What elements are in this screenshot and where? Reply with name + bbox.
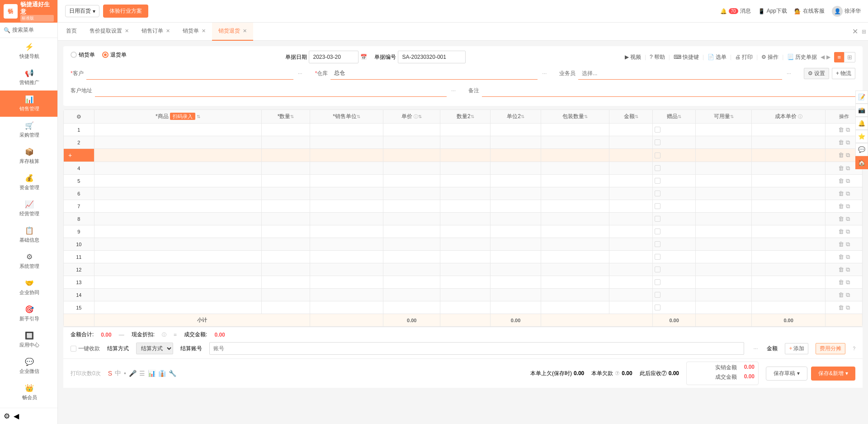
add-row-btn[interactable]: + bbox=[66, 151, 75, 160]
delete-row-icon[interactable]: 🗑 bbox=[838, 241, 844, 248]
settlement-select[interactable]: 结算方式 bbox=[136, 343, 173, 354]
gift-sort[interactable]: ⇅ bbox=[678, 114, 681, 119]
sidebar-item-marketing[interactable]: 📢 营销推广 bbox=[0, 64, 57, 91]
gift-checkbox[interactable] bbox=[655, 203, 660, 209]
qty2-sort[interactable]: ⇅ bbox=[471, 114, 474, 119]
gift-checkbox[interactable] bbox=[655, 254, 660, 260]
delete-row-icon[interactable]: 🗑 bbox=[838, 177, 844, 185]
avail-sort[interactable]: ⇅ bbox=[730, 114, 734, 119]
tab-price-extract[interactable]: 售价提取设置 ✕ bbox=[83, 23, 135, 41]
copy-row-icon[interactable]: ⧉ bbox=[846, 279, 850, 286]
tab-sales-order[interactable]: 销售订单 ✕ bbox=[135, 23, 176, 41]
copy-row-icon[interactable]: ⧉ bbox=[846, 165, 850, 172]
radio-return[interactable]: 退货单 bbox=[102, 51, 127, 59]
gift-checkbox[interactable] bbox=[655, 127, 660, 133]
cell-gift[interactable] bbox=[652, 124, 696, 136]
copy-row-icon[interactable]: ⧉ bbox=[846, 215, 850, 223]
radio-sale[interactable]: 销货单 bbox=[71, 51, 95, 59]
fee-split-button[interactable]: 费用分摊 bbox=[816, 343, 845, 354]
prev-arrow[interactable]: ◀ bbox=[821, 54, 825, 60]
sidebar-item-sales[interactable]: 📊 销售管理 bbox=[0, 91, 57, 117]
copy-row-icon[interactable]: ⧉ bbox=[846, 304, 850, 311]
select-toolbar-btn[interactable]: 📄选单 bbox=[708, 53, 726, 61]
delete-row-icon[interactable]: 🗑 bbox=[838, 215, 844, 223]
warehouse-dots[interactable]: ··· bbox=[540, 70, 548, 76]
industry-dropdown[interactable]: 日用百货 ▾ bbox=[65, 5, 99, 17]
cell-gift[interactable] bbox=[652, 225, 696, 238]
delete-row-icon[interactable]: 🗑 bbox=[838, 152, 844, 159]
gift-checkbox[interactable] bbox=[655, 152, 660, 158]
setting-button[interactable]: ⚙ 设置 bbox=[804, 68, 829, 79]
sidebar-item-purchase[interactable]: 🛒 采购管理 bbox=[0, 117, 57, 143]
copy-row-icon[interactable]: ⧉ bbox=[846, 190, 850, 197]
cell-gift[interactable] bbox=[652, 162, 696, 175]
sidebar-item-basic[interactable]: 📋 基础信息 bbox=[0, 222, 57, 248]
online-service-button[interactable]: 💁 在线客服 bbox=[794, 7, 825, 15]
barcode-entry-btn[interactable]: 扫码录入 bbox=[170, 113, 195, 120]
add-payment-button[interactable]: + 添加 bbox=[785, 343, 808, 354]
cell-gift[interactable] bbox=[652, 213, 696, 225]
view-list-btn[interactable]: ≡ bbox=[834, 52, 844, 62]
goods-input[interactable] bbox=[96, 152, 260, 158]
cell-gift[interactable] bbox=[652, 200, 696, 213]
account-dots[interactable]: ··· bbox=[751, 345, 760, 352]
gift-checkbox[interactable] bbox=[655, 178, 660, 184]
address-dots[interactable]: ··· bbox=[449, 87, 458, 94]
save-draft-button[interactable]: 保存草稿 ▾ bbox=[766, 367, 807, 381]
price-sort[interactable]: ⇅ bbox=[418, 114, 422, 119]
address-input[interactable] bbox=[95, 84, 447, 97]
delete-row-icon[interactable]: 🗑 bbox=[838, 165, 844, 172]
experience-button[interactable]: 体验行业方案 bbox=[103, 5, 148, 18]
sidebar-item-guide[interactable]: 🎯 新手引导 bbox=[0, 300, 57, 327]
view-grid-btn[interactable]: ⊞ bbox=[844, 52, 855, 62]
goods-sort[interactable]: ⇅ bbox=[197, 114, 200, 119]
right-panel-notes[interactable]: 📝 bbox=[855, 91, 868, 104]
draft-arrow[interactable]: ▾ bbox=[797, 370, 800, 376]
gift-checkbox[interactable] bbox=[655, 165, 660, 171]
notice-button[interactable]: 🔔 70 消息 bbox=[720, 7, 751, 15]
sidebar-item-system[interactable]: ⚙ 系统管理 bbox=[0, 248, 57, 274]
app-download-button[interactable]: 📱 App下载 bbox=[758, 7, 787, 15]
collapse-icon[interactable]: ◀ bbox=[14, 412, 19, 420]
tab-sales-delivery[interactable]: 销货单 ✕ bbox=[176, 23, 212, 41]
maximize-tab[interactable]: ⊞ bbox=[862, 29, 866, 35]
gift-checkbox[interactable] bbox=[655, 229, 660, 234]
gift-checkbox[interactable] bbox=[655, 139, 660, 145]
delete-row-icon[interactable]: 🗑 bbox=[838, 279, 844, 286]
warehouse-input[interactable] bbox=[330, 67, 538, 80]
one-click-pay-check[interactable]: 一键收款 bbox=[71, 345, 100, 353]
shortcut-toolbar-btn[interactable]: ⌨快捷键 bbox=[674, 53, 699, 61]
gift-checkbox[interactable] bbox=[655, 279, 660, 285]
delete-row-icon[interactable]: 🗑 bbox=[838, 253, 844, 261]
gift-checkbox[interactable] bbox=[655, 191, 660, 196]
customer-input[interactable] bbox=[86, 67, 293, 80]
gear-icon[interactable]: ⚙ bbox=[76, 114, 81, 120]
gift-checkbox[interactable] bbox=[655, 241, 660, 247]
cell-gift[interactable] bbox=[652, 136, 696, 149]
copy-row-icon[interactable]: ⧉ bbox=[846, 203, 850, 210]
copy-row-icon[interactable]: ⧉ bbox=[846, 139, 850, 146]
gift-checkbox[interactable] bbox=[655, 216, 660, 222]
copy-row-icon[interactable]: ⧉ bbox=[846, 177, 850, 185]
unit-sort[interactable]: ⇅ bbox=[357, 114, 360, 119]
cell-gift[interactable] bbox=[652, 289, 696, 301]
right-panel-active[interactable]: 🏠 bbox=[855, 156, 868, 169]
delete-row-icon[interactable]: 🗑 bbox=[838, 304, 844, 311]
qty-sort[interactable]: ⇅ bbox=[290, 114, 294, 119]
sidebar-item-nav[interactable]: ⚡ 快捷导航 bbox=[0, 38, 57, 64]
cell-gift[interactable] bbox=[652, 175, 696, 187]
gift-checkbox[interactable] bbox=[655, 292, 660, 298]
tab-delivery-close[interactable]: ✕ bbox=[202, 28, 206, 34]
video-toolbar-btn[interactable]: ▶视频 bbox=[625, 53, 641, 61]
sidebar-item-vip[interactable]: 👑 畅会员 bbox=[0, 379, 57, 405]
cell-goods[interactable] bbox=[94, 149, 262, 162]
delete-row-icon[interactable]: 🗑 bbox=[838, 203, 844, 210]
sidebar-item-collab[interactable]: 🤝 企业协同 bbox=[0, 274, 57, 300]
ops-toolbar-btn[interactable]: ⚙操作 bbox=[761, 53, 778, 61]
staff-dots[interactable]: ··· bbox=[785, 70, 793, 76]
tab-home[interactable]: 首页 bbox=[60, 23, 83, 41]
amount-sort[interactable]: ⇅ bbox=[635, 114, 638, 119]
history-toolbar-btn[interactable]: 📃历史单据 bbox=[787, 53, 817, 61]
copy-row-icon[interactable]: ⧉ bbox=[846, 228, 850, 235]
serial-input[interactable] bbox=[398, 51, 466, 63]
